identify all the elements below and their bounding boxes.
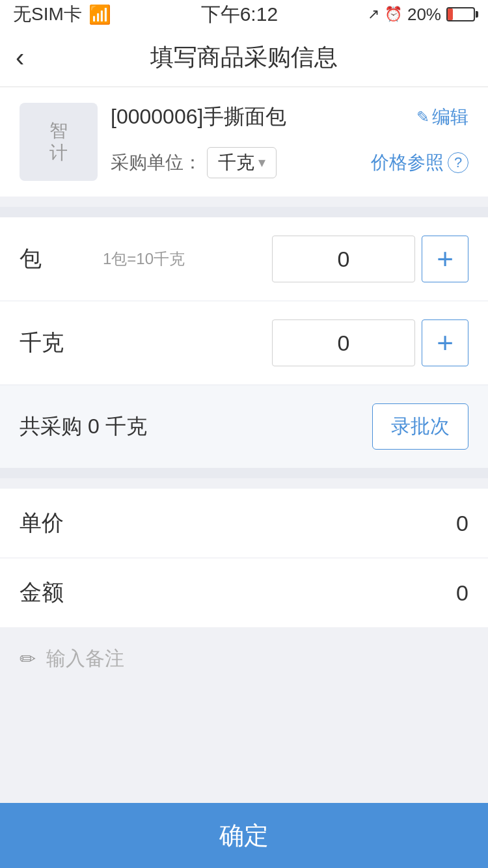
qianke-plus-button[interactable]: + (422, 319, 468, 366)
qianke-input[interactable] (272, 319, 415, 366)
product-image: 智 计 (20, 103, 98, 181)
content-filler (0, 690, 488, 821)
chevron-down-icon: ▾ (258, 154, 265, 171)
amount-row: 金额 0 (0, 558, 488, 627)
remark-section[interactable]: ✏ 输入备注 (0, 627, 488, 690)
qianke-input-group: + (98, 319, 468, 366)
page-title: 填写商品采购信息 (150, 42, 338, 74)
price-ref-link[interactable]: 价格参照 ? (371, 150, 468, 175)
amount-label: 金额 (20, 578, 64, 608)
record-batch-button[interactable]: 录批次 (372, 403, 468, 450)
wifi-icon: 📶 (88, 4, 111, 25)
qianke-label: 千克 (20, 328, 98, 358)
product-name-row: [0000006]手撕面包 ✎ 编辑 (111, 103, 468, 131)
summary-text: 共采购 0 千克 (20, 413, 147, 441)
back-button[interactable]: ‹ (16, 43, 24, 72)
confirm-button[interactable]: 确定 (0, 803, 488, 868)
price-ref-label: 价格参照 (371, 150, 444, 175)
product-card: 智 计 [0000006]手撕面包 ✎ 编辑 采购单位： 千克 ▾ 价格参照 ? (0, 87, 488, 197)
divider-2 (0, 468, 488, 478)
product-info: [0000006]手撕面包 ✎ 编辑 采购单位： 千克 ▾ 价格参照 ? (111, 103, 468, 178)
unit-label: 采购单位： (111, 150, 202, 175)
unit-price-label: 单价 (20, 508, 64, 538)
alarm-icon: ⏰ (385, 6, 402, 23)
battery-icon (446, 5, 475, 25)
product-unit-row: 采购单位： 千克 ▾ 价格参照 ? (111, 147, 468, 178)
status-time: 下午6:12 (201, 1, 278, 28)
remark-placeholder: 输入备注 (46, 645, 124, 672)
carrier-text: 无SIM卡 (13, 2, 82, 27)
bao-label: 包 (20, 244, 98, 274)
unit-price-value: 0 (456, 511, 468, 536)
unit-price-row: 单价 0 (0, 489, 488, 558)
battery-percent: 20% (407, 5, 441, 25)
divider-1 (0, 207, 488, 217)
confirm-label: 确定 (219, 819, 269, 852)
status-bar: 无SIM卡 📶 下午6:12 ↗ ⏰ 20% (0, 0, 488, 29)
price-section: 单价 0 金额 0 (0, 489, 488, 627)
amount-value: 0 (456, 580, 468, 606)
pencil-icon: ✏ (20, 647, 36, 670)
summary-row: 共采购 0 千克 录批次 (0, 385, 488, 468)
status-left: 无SIM卡 📶 (13, 2, 111, 27)
unit-value: 千克 (218, 150, 254, 175)
bao-row: 包 1包=10千克 + (0, 217, 488, 301)
bao-input-group: + (185, 236, 468, 282)
bao-input[interactable] (272, 236, 415, 282)
form-section: 包 1包=10千克 + 千克 + (0, 217, 488, 385)
edit-label: 编辑 (432, 105, 468, 129)
qianke-row: 千克 + (0, 301, 488, 385)
unit-select[interactable]: 千克 ▾ (207, 147, 277, 178)
edit-icon: ✎ (416, 108, 429, 126)
bao-plus-button[interactable]: + (422, 236, 468, 282)
nav-bar: ‹ 填写商品采购信息 (0, 29, 488, 87)
edit-link[interactable]: ✎ 编辑 (416, 105, 468, 129)
product-logo: 智 计 (49, 120, 68, 163)
bao-sub: 1包=10千克 (103, 249, 185, 269)
help-icon: ? (448, 152, 468, 173)
product-name: [0000006]手撕面包 (111, 103, 286, 131)
location-icon: ↗ (368, 6, 379, 23)
status-right: ↗ ⏰ 20% (368, 5, 475, 25)
